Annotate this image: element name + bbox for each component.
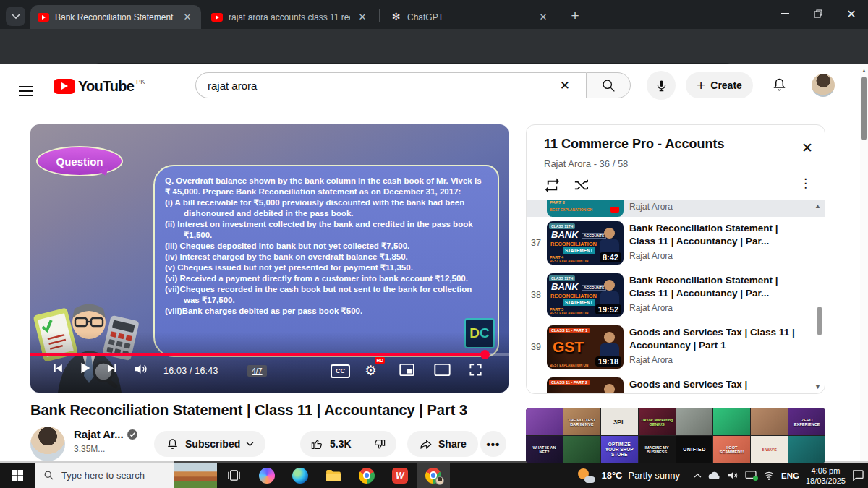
new-tab-button[interactable]: + bbox=[566, 7, 584, 25]
restore-button[interactable] bbox=[801, 0, 835, 27]
suggested-thumbnail[interactable]: IMAGINE MY BUSINESS bbox=[639, 436, 676, 463]
create-button[interactable]: + Create bbox=[686, 72, 753, 98]
suggested-thumbnail[interactable]: I GOT SCAMMED!!! bbox=[713, 436, 750, 463]
taskbar-search-input[interactable]: Type here to search bbox=[35, 463, 217, 488]
playlist-title: 11 Commerce Pro - Accounts bbox=[544, 137, 724, 152]
search-clear-icon[interactable]: ✕ bbox=[556, 78, 574, 93]
play-icon[interactable] bbox=[77, 360, 93, 376]
next-video-icon[interactable] bbox=[106, 361, 119, 375]
chrome-active-window-icon[interactable] bbox=[417, 463, 450, 488]
progress-bar[interactable] bbox=[30, 353, 509, 356]
copilot-app-icon[interactable] bbox=[250, 463, 284, 488]
wps-office-app-icon[interactable]: W bbox=[383, 463, 417, 488]
scrollbar-thumb[interactable] bbox=[861, 77, 867, 140]
suggested-thumbnail[interactable] bbox=[751, 408, 788, 435]
file-explorer-app-icon[interactable] bbox=[317, 463, 350, 488]
thumb-text: RECONCILIATION bbox=[550, 293, 597, 299]
search-input[interactable]: rajat arora ✕ bbox=[195, 72, 586, 98]
clock-widget[interactable]: 4:06 pm 18/03/2025 bbox=[806, 466, 846, 486]
notifications-button[interactable] bbox=[771, 77, 788, 93]
more-actions-button[interactable]: ••• bbox=[480, 431, 506, 457]
suggested-thumbnail[interactable] bbox=[526, 408, 563, 435]
slide-line: (iv) Interest charged by the bank on ove… bbox=[165, 252, 488, 262]
previous-video-icon[interactable] bbox=[51, 361, 64, 375]
page-scrollbar[interactable]: ▲ bbox=[860, 64, 868, 463]
subscriber-count: 3.35M... bbox=[74, 444, 105, 454]
search-placeholder: Type here to search bbox=[61, 470, 145, 481]
scroll-up-arrow-icon[interactable]: ▲ bbox=[814, 202, 821, 210]
suggested-thumbnail[interactable]: 3PL bbox=[601, 408, 638, 435]
volume-icon[interactable] bbox=[728, 471, 739, 480]
playlist-item-38[interactable]: 38 CLASS 11TH BANK ACCOUNTS RECONCILIATI… bbox=[527, 269, 825, 321]
shuffle-playlist-icon[interactable] bbox=[573, 177, 590, 194]
suggested-thumbnail[interactable]: ZERO EXPERIENCE bbox=[788, 408, 825, 435]
suggested-thumbnail[interactable] bbox=[713, 408, 750, 435]
subscribed-button[interactable]: Subscribed bbox=[154, 431, 265, 457]
tab-search-button[interactable] bbox=[6, 7, 25, 26]
loop-playlist-icon[interactable] bbox=[544, 177, 561, 194]
chrome-app-icon[interactable] bbox=[350, 463, 383, 488]
search-button[interactable] bbox=[586, 72, 631, 98]
suggested-thumbnail[interactable] bbox=[563, 436, 600, 463]
progress-scrubber[interactable] bbox=[480, 350, 490, 359]
bing-daily-image[interactable] bbox=[174, 463, 217, 488]
suggested-thumbnail[interactable]: OPTIMIZE YOUR SHOP STORE bbox=[601, 436, 638, 463]
browser-tab-2[interactable]: rajat arora accounts class 11 rec ✕ bbox=[204, 5, 376, 29]
tab-close-icon[interactable]: ✕ bbox=[356, 11, 369, 24]
tab-close-icon[interactable]: ✕ bbox=[181, 11, 194, 24]
fullscreen-icon[interactable] bbox=[469, 363, 482, 377]
settings-gear-icon[interactable]: ⚙ bbox=[365, 362, 377, 379]
volume-icon[interactable] bbox=[133, 361, 148, 377]
suggested-thumbnail[interactable] bbox=[676, 408, 713, 435]
share-button[interactable]: Share bbox=[407, 431, 478, 457]
language-indicator[interactable]: ENG bbox=[781, 471, 799, 480]
tab-title: ChatGPT bbox=[407, 12, 531, 22]
suggested-thumbnail[interactable]: 5 WAYS bbox=[751, 436, 788, 463]
task-view-button[interactable] bbox=[217, 463, 250, 488]
like-button[interactable]: 5.3K bbox=[300, 431, 362, 457]
suggested-thumbnail[interactable] bbox=[788, 436, 825, 463]
scroll-down-arrow-icon[interactable]: ▼ bbox=[814, 383, 821, 390]
thumb-footer-label: BEST EXPLANATION ON bbox=[550, 312, 588, 315]
suggested-thumbnail[interactable]: TikTok Marketing GENIUS bbox=[639, 408, 676, 435]
share-label: Share bbox=[438, 438, 467, 450]
tab-close-icon[interactable]: ✕ bbox=[537, 11, 550, 24]
minimize-button[interactable] bbox=[768, 0, 801, 27]
voice-search-button[interactable] bbox=[647, 71, 676, 100]
hidden-icons-chevron[interactable] bbox=[694, 473, 702, 478]
action-center-icon[interactable] bbox=[852, 470, 864, 481]
scroll-up-arrow-icon[interactable]: ▲ bbox=[861, 68, 867, 73]
bell-icon bbox=[166, 437, 179, 451]
suggested-thumbnail[interactable]: THE HOTTEST BAR IN NYC bbox=[563, 408, 600, 435]
channel-avatar[interactable] bbox=[30, 427, 65, 461]
miniplayer-icon[interactable] bbox=[399, 364, 414, 376]
start-button[interactable] bbox=[0, 463, 35, 488]
youtube-logo[interactable]: YouTube PK bbox=[54, 78, 143, 95]
theater-mode-icon[interactable] bbox=[434, 364, 451, 376]
browser-tab-3[interactable]: ✻ ChatGPT ✕ bbox=[383, 5, 557, 29]
playlist-item-37[interactable]: 37 CLASS 11TH BANK ACCOUNTS RECONCILIATI… bbox=[527, 217, 825, 269]
playlist-close-icon[interactable]: ✕ bbox=[801, 140, 813, 156]
playlist-menu-icon[interactable]: ⋮ bbox=[799, 176, 812, 191]
playlist-item-thumbnail: CLASS 11TH BANK ACCOUNTS RECONCILIATION … bbox=[547, 221, 624, 265]
display-cast-icon[interactable] bbox=[745, 471, 757, 480]
subtitles-button[interactable]: CC bbox=[331, 364, 350, 378]
close-window-button[interactable]: ✕ bbox=[835, 0, 868, 27]
wifi-icon[interactable] bbox=[763, 471, 775, 480]
video-player[interactable]: Question Q. Overdraft balance shown by t… bbox=[30, 124, 509, 393]
suggested-thumbnail[interactable]: UNIFIED bbox=[676, 436, 713, 463]
weather-widget[interactable]: 18°C Partly sunny bbox=[578, 468, 680, 483]
verified-badge-icon bbox=[127, 429, 137, 440]
dislike-button[interactable] bbox=[362, 431, 396, 457]
suggested-thumbnail[interactable]: WHAT IS AN NFT? bbox=[526, 436, 563, 463]
channel-name[interactable]: Rajat Ar... bbox=[74, 428, 137, 440]
onedrive-cloud-icon[interactable] bbox=[708, 471, 721, 480]
menu-hamburger-icon[interactable] bbox=[19, 86, 33, 96]
playlist-scrollbar-thumb[interactable] bbox=[817, 307, 822, 335]
edge-app-icon[interactable] bbox=[284, 463, 317, 488]
playlist-item-40[interactable]: 40 CLASS 11 - PART 2 GST Goods and Servi… bbox=[527, 373, 825, 394]
browser-tab-1[interactable]: Bank Reconciliation Statement | ✕ bbox=[30, 5, 201, 29]
youtube-profile-avatar[interactable] bbox=[812, 74, 835, 97]
playlist-item-39[interactable]: 39 CLASS 11 - PART 1 GST BEST EXPLANATIO… bbox=[527, 321, 825, 373]
playlist-current-item[interactable]: PART 3 BEST EXPLANATION ON Rajat Arora ▲ bbox=[527, 200, 825, 217]
